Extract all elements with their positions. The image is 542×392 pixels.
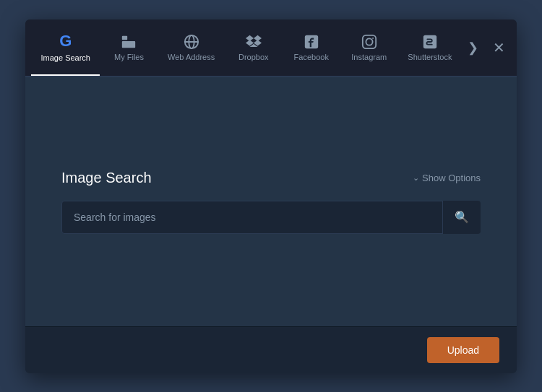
tab-my-files[interactable]: My Files (100, 19, 158, 76)
show-options-label: Show Options (422, 173, 481, 183)
tab-instagram[interactable]: Instagram (340, 19, 398, 76)
tab-dropbox-label: Dropbox (238, 53, 269, 61)
svg-point-7 (366, 38, 372, 45)
upload-button[interactable]: Upload (427, 337, 499, 363)
search-header: Image Search ⌄ Show Options (61, 170, 481, 186)
tab-image-search-label: Image Search (41, 53, 90, 62)
dropbox-icon (246, 34, 262, 50)
google-icon: G (59, 32, 72, 51)
tab-my-files-label: My Files (114, 53, 144, 61)
tab-facebook[interactable]: Facebook (283, 19, 340, 76)
tab-bar: G Image Search My Files (25, 19, 517, 77)
shutterstock-icon (422, 34, 438, 50)
svg-point-8 (372, 38, 374, 39)
tab-web-address[interactable]: Web Address (158, 19, 224, 76)
web-icon (184, 34, 199, 50)
tab-instagram-label: Instagram (351, 53, 387, 61)
close-button[interactable]: ✕ (487, 33, 511, 62)
main-content: Image Search ⌄ Show Options 🔍 (25, 77, 517, 326)
search-button[interactable]: 🔍 (442, 201, 481, 234)
search-input-wrapper: 🔍 (61, 201, 481, 234)
tab-shutterstock-label: Shutterstock (408, 53, 452, 61)
footer: Upload (25, 326, 517, 373)
search-title: Image Search (61, 170, 152, 186)
search-input[interactable] (61, 201, 481, 234)
tab-dropbox[interactable]: Dropbox (225, 19, 283, 76)
search-area: Image Search ⌄ Show Options 🔍 (25, 77, 517, 326)
svg-rect-6 (363, 35, 376, 48)
tab-web-address-label: Web Address (168, 53, 215, 61)
tabs-container: G Image Search My Files (31, 19, 462, 76)
modal: G Image Search My Files (25, 19, 517, 373)
tab-facebook-label: Facebook (294, 53, 329, 61)
search-icon: 🔍 (455, 210, 469, 224)
svg-rect-0 (122, 35, 127, 40)
facebook-icon (304, 34, 319, 50)
svg-rect-1 (122, 41, 135, 48)
tab-shutterstock[interactable]: Shutterstock (398, 19, 462, 76)
chevron-down-icon: ⌄ (413, 173, 419, 183)
show-options-button[interactable]: ⌄ Show Options (413, 173, 481, 183)
more-tabs-button[interactable]: ❯ (462, 32, 484, 63)
myfiles-icon (121, 34, 137, 50)
instagram-icon (361, 34, 377, 50)
tab-image-search[interactable]: G Image Search (31, 19, 100, 76)
